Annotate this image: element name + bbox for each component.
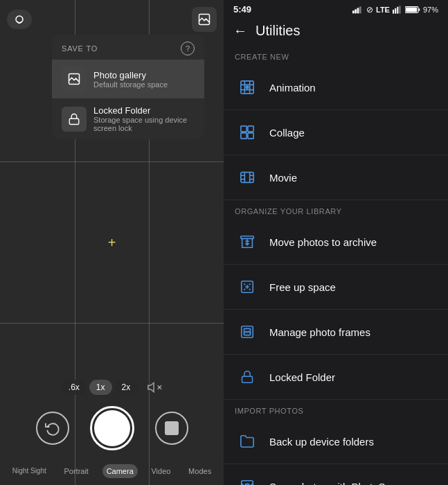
back-button[interactable]: ← <box>233 23 247 39</box>
svg-rect-15 <box>418 8 420 11</box>
shutter-button[interactable] <box>90 406 134 450</box>
zoom-low-button[interactable]: .6x <box>62 380 87 395</box>
svg-rect-22 <box>248 133 253 139</box>
animation-label: Animation <box>269 82 316 94</box>
save-popup-header: SAVE TO ? <box>52 35 204 60</box>
photo-frames-label: Manage photo frames <box>269 326 370 338</box>
utilities-header: ← Utilities <box>224 17 448 46</box>
zoom-mid-button[interactable]: 1x <box>89 380 112 395</box>
photo-gallery-option[interactable]: Photo gallery Default storage space <box>52 60 204 98</box>
tab-modes[interactable]: Modes <box>184 464 215 478</box>
section-import-label: IMPORT PHOTOS <box>224 400 448 419</box>
photoscan-icon <box>235 474 260 485</box>
status-bar: 5:49 ⊘ LTE 97% <box>224 0 448 17</box>
focus-crosshair: + <box>105 236 119 249</box>
locked-folder-icon <box>62 107 87 132</box>
zoom-high-button[interactable]: 2x <box>115 380 138 395</box>
svg-rect-16 <box>406 7 417 12</box>
section-create-label: CREATE NEW <box>224 46 448 65</box>
shutter-row <box>0 406 224 450</box>
svg-rect-30 <box>241 236 253 239</box>
svg-rect-21 <box>241 133 247 139</box>
tab-night-sight[interactable]: Night Sight <box>8 464 51 478</box>
locked-folder-text: Locked Folder Storage space using device… <box>93 105 195 132</box>
backup-label: Back up device folders <box>269 436 374 448</box>
grid-line <box>0 161 224 162</box>
battery-percent: 97% <box>423 6 438 14</box>
svg-rect-34 <box>242 376 253 382</box>
camera-dropdown-button[interactable] <box>7 10 32 29</box>
signal-icon <box>352 6 364 14</box>
svg-rect-12 <box>397 6 398 13</box>
collage-label: Collage <box>269 127 305 139</box>
menu-item-photoscan[interactable]: Scan photos with PhotoScan <box>224 464 448 485</box>
movie-icon <box>235 165 260 190</box>
menu-item-photo-frames[interactable]: Manage photo frames <box>224 310 448 355</box>
video-thumbnail-button[interactable] <box>155 412 188 445</box>
locked-folder-menu-icon <box>235 364 260 389</box>
status-icons: ⊘ LTE 97% <box>352 5 438 15</box>
locked-folder-option[interactable]: Locked Folder Storage space using device… <box>52 98 204 139</box>
menu-item-archive[interactable]: Move photos to archive <box>224 220 448 265</box>
menu-item-collage[interactable]: Collage <box>224 110 448 155</box>
menu-item-animation[interactable]: Animation <box>224 65 448 110</box>
photo-gallery-icon <box>62 67 87 91</box>
svg-rect-19 <box>241 126 247 132</box>
lte-label: LTE <box>376 6 390 14</box>
backup-icon <box>235 429 260 454</box>
svg-rect-23 <box>241 173 253 183</box>
menu-item-free-space[interactable]: Free up space <box>224 265 448 310</box>
video-thumbnail <box>165 421 179 435</box>
rotate-button[interactable] <box>36 412 69 445</box>
help-button[interactable]: ? <box>181 42 195 55</box>
utilities-panel: 5:49 ⊘ LTE 97% ← <box>224 0 448 485</box>
status-time: 5:49 <box>233 4 251 15</box>
svg-rect-11 <box>395 8 396 13</box>
battery-icon <box>405 6 420 14</box>
no-audio-icon <box>147 380 162 395</box>
utilities-title: Utilities <box>256 23 300 39</box>
camera-viewfinder: + SAVE TO ? <box>0 0 224 485</box>
movie-label: Movie <box>269 172 297 184</box>
menu-item-locked-folder[interactable]: Locked Folder <box>224 355 448 400</box>
animation-icon <box>235 75 260 100</box>
grid-line <box>0 323 224 324</box>
signal-bars-icon <box>393 6 402 14</box>
free-space-icon <box>235 274 260 299</box>
save-to-label: SAVE TO <box>62 44 98 53</box>
camera-top-bar <box>0 7 224 32</box>
svg-rect-8 <box>357 8 359 13</box>
archive-label: Move photos to archive <box>269 236 377 248</box>
menu-item-movie[interactable]: Movie <box>224 155 448 200</box>
photo-gallery-text: Photo gallery Default storage space <box>93 70 168 89</box>
tab-video[interactable]: Video <box>147 464 174 478</box>
photo-frames-icon <box>235 319 260 344</box>
svg-rect-9 <box>359 6 361 13</box>
photoscan-label: Scan photos with PhotoScan <box>269 481 402 486</box>
mode-tabs: Night Sight Portrait Camera Video Modes <box>0 464 224 478</box>
camera-gallery-button[interactable] <box>192 7 217 32</box>
svg-point-18 <box>246 86 249 89</box>
svg-rect-6 <box>352 10 355 13</box>
tab-camera[interactable]: Camera <box>102 464 138 478</box>
wifi-icon: ⊘ <box>366 5 373 15</box>
camera-panel: + SAVE TO ? <box>0 0 224 485</box>
svg-rect-3 <box>69 118 79 124</box>
menu-item-backup[interactable]: Back up device folders <box>224 419 448 464</box>
collage-icon <box>235 120 260 145</box>
svg-rect-13 <box>399 6 400 13</box>
shutter-inner <box>94 410 130 446</box>
save-to-popup: SAVE TO ? Photo gallery Default storage … <box>52 35 204 139</box>
locked-folder-menu-label: Locked Folder <box>269 371 335 383</box>
zoom-controls: .6x 1x 2x <box>62 380 162 395</box>
free-space-label: Free up space <box>269 281 336 293</box>
archive-icon <box>235 229 260 254</box>
svg-rect-7 <box>355 9 357 13</box>
section-organize-label: ORGANIZE YOUR LIBRARY <box>224 200 448 220</box>
svg-rect-10 <box>393 10 394 14</box>
svg-rect-20 <box>248 126 253 132</box>
tab-portrait[interactable]: Portrait <box>60 464 92 478</box>
